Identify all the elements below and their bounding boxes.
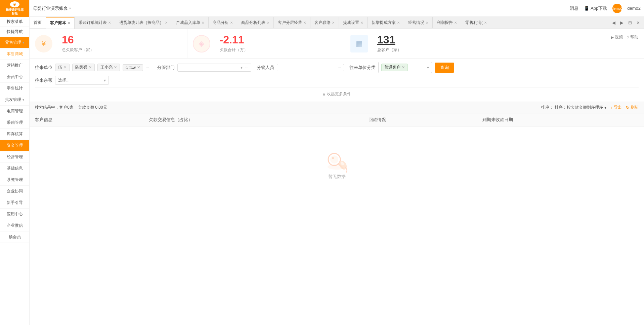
tab-cost-purchase[interactable]: 产成品入库单 ✕ <box>172 17 209 28</box>
phone-icon: 📱 <box>584 6 589 11</box>
department-select-arrow: ▾ <box>241 65 243 70</box>
tab-close-customer-contact[interactable]: ✕ <box>332 21 335 25</box>
app-logo: ¥ 畅捷通好生意 标版 <box>0 0 29 17</box>
sidebar-item-retail-stats[interactable]: 零售统计 <box>0 83 29 94</box>
tab-close-profit-report[interactable]: ✕ <box>454 21 457 25</box>
category-select-arrow: ▾ <box>427 65 429 70</box>
help-btn[interactable]: ? 帮助 <box>627 34 638 40</box>
tab-purchase-orders[interactable]: 采购订单统计表 ✕ <box>75 17 115 28</box>
tab-profit-report[interactable]: 利润报告 ✕ <box>433 17 461 28</box>
sidebar-item-retail[interactable]: 零售管理 ▾ <box>0 37 29 48</box>
tab-bar: 首页 客户账本 ✕ 采购订单统计表 ✕ 进货单统计表（按商品） ✕ 产成品入库单… <box>30 17 644 29</box>
tab-home[interactable]: 首页 <box>30 17 46 28</box>
sidebar-item-app-center[interactable]: 应用中心 <box>0 209 29 220</box>
messages-btn[interactable]: 消息 <box>570 5 578 11</box>
sidebar-item-system[interactable]: 系统管理 <box>0 174 29 186</box>
sidebar-item-ecommerce[interactable]: 电商管理 <box>0 106 29 117</box>
sidebar: ¥ 畅捷通好生意 标版 搜索菜单 快捷导航 零售管理 ▾ 零售商城 营销推广 会… <box>0 0 30 325</box>
tab-next-btn[interactable]: ▶ <box>618 20 625 26</box>
sort-label: 排序： <box>541 105 553 110</box>
sidebar-item-purchase[interactable]: 采购管理 <box>0 117 29 129</box>
tab-close-business-status[interactable]: ✕ <box>426 21 428 25</box>
collapse-btn[interactable]: ∧ 收起更多条件 <box>35 90 639 98</box>
sidebar-item-enterprise-wechat[interactable]: 企业微信 <box>0 220 29 231</box>
tab-retail-profit[interactable]: 零售利润( ✕ <box>461 17 491 28</box>
col-repayment: 回款情况 <box>363 113 477 127</box>
help-icon: ? <box>627 35 629 40</box>
category-select[interactable]: 普通客户 ✕ ▾ <box>378 62 432 73</box>
filter-more-tags[interactable]: ··· <box>146 65 149 70</box>
tab-customer-tiers[interactable]: 客户分层经营 ✕ <box>274 17 310 28</box>
export-btn[interactable]: ↑ 导出 <box>610 105 622 110</box>
account-selector[interactable]: 母婴行业演示账套 ▾ <box>33 5 71 11</box>
tab-customers[interactable]: 客户账本 ✕ <box>46 17 75 29</box>
filter-tag-2-close[interactable]: ✕ <box>89 65 92 70</box>
tab-close-customer-tiers[interactable]: ✕ <box>303 21 306 25</box>
sidebar-item-finance[interactable]: 资金管理 <box>0 140 29 151</box>
tab-customer-contact[interactable]: 客户联络 ✕ <box>310 17 339 28</box>
header-actions: ▶ 视频 ? 帮助 <box>611 34 638 40</box>
sidebar-item-batch[interactable]: 批发管理 ▾ <box>0 94 29 106</box>
collapse-area: ∧ 收起更多条件 <box>35 87 639 98</box>
app-download-btn[interactable]: 📱 App下载 <box>584 5 607 11</box>
video-icon: ▶ <box>611 35 614 40</box>
stat-value-customers: 16 <box>62 34 94 45</box>
stat-total-debt-customers: ¥ 16 总欠款客户（家） <box>30 29 187 58</box>
staff-select[interactable]: ··· <box>277 64 344 71</box>
tab-close-retail-profit[interactable]: ✕ <box>484 21 487 25</box>
stat-label-debt: 欠款合计（万） <box>220 47 248 53</box>
sort-select[interactable]: 排序： 排序：按欠款金额到序理序 ▾ <box>541 105 606 110</box>
stat-info-2: -2.11 欠款合计（万） <box>220 34 248 53</box>
tab-close-product-analysis-list[interactable]: ✕ <box>267 21 269 25</box>
balance-select[interactable]: 选择... ▾ <box>55 76 109 85</box>
tab-product-analysis-list[interactable]: 商品分析列表 ✕ <box>237 17 274 28</box>
search-menu[interactable]: 搜索菜单 <box>0 17 29 27</box>
filter-tag-4: cjttcw ✕ <box>123 64 143 71</box>
tab-business-status[interactable]: 经营情况 ✕ <box>404 17 433 28</box>
search-button[interactable]: 查询 <box>435 63 454 73</box>
sidebar-item-new-guide[interactable]: 新手引导 <box>0 197 29 209</box>
results-bar-right: 排序： 排序：按欠款金额到序理序 ▾ ↑ 导出 ↻ 刷新 <box>541 105 639 110</box>
tab-close-new-promotion[interactable]: ✕ <box>397 21 400 25</box>
collapse-arrow: ∧ <box>323 92 326 97</box>
sidebar-item-enterprise[interactable]: 企业协同 <box>0 186 29 197</box>
sidebar-item-member-plus[interactable]: 畅会员 <box>0 231 29 243</box>
col-customer-info: 客户信息 <box>30 113 143 127</box>
sidebar-item-marketing[interactable]: 营销推广 <box>0 60 29 71</box>
tab-expand-btn[interactable]: ⊞ <box>627 20 633 26</box>
tab-close-customers[interactable]: ✕ <box>68 21 70 25</box>
tab-new-promotion[interactable]: 新增提成方案 ✕ <box>368 17 404 28</box>
category-tag-close[interactable]: ✕ <box>402 65 405 70</box>
tab-incoming-stats[interactable]: 进货单统计表（按商品） ✕ <box>115 17 172 28</box>
sidebar-item-retail-mall[interactable]: 零售商城 <box>0 48 29 60</box>
avatar[interactable]: demo2 <box>612 4 622 13</box>
sidebar-item-inventory[interactable]: 库存核算 <box>0 129 29 140</box>
table-header-row: 客户信息 欠款交易信息（占比） 回款情况 到期未收款日期 <box>30 113 644 127</box>
sidebar-item-operations[interactable]: 经营管理 <box>0 151 29 163</box>
tab-close-promotion-settings[interactable]: ✕ <box>360 21 363 25</box>
tab-promotion-settings[interactable]: 提成设置 ✕ <box>339 17 368 28</box>
filter-row-1: 往来单位 伍 ✕ 陈民强 ✕ 王小亮 ✕ cjttcw ✕ ··· <box>35 62 639 73</box>
tab-close-incoming-stats[interactable]: ✕ <box>165 21 168 25</box>
tab-close-cost-purchase[interactable]: ✕ <box>202 21 204 25</box>
department-select[interactable]: ▾ ··· <box>177 64 251 72</box>
video-btn[interactable]: ▶ 视频 <box>611 34 623 40</box>
filter-tag-3-close[interactable]: ✕ <box>114 65 117 70</box>
stat-icon-2: ◈ <box>193 35 210 52</box>
sidebar-item-basic-info[interactable]: 基础信息 <box>0 163 29 174</box>
tab-product-analysis[interactable]: 商品分析 ✕ <box>209 17 237 28</box>
filter-tag-3: 王小亮 ✕ <box>97 64 120 71</box>
filter-tag-4-close[interactable]: ✕ <box>137 65 140 70</box>
balance-label: 往来余额 <box>35 77 52 83</box>
quick-nav[interactable]: 快捷导航 <box>0 27 29 37</box>
tab-close-all-btn[interactable]: ✕ <box>635 20 641 26</box>
sidebar-item-member[interactable]: 会员中心 <box>0 71 29 83</box>
tab-close-purchase-orders[interactable]: ✕ <box>108 21 111 25</box>
tab-prev-btn[interactable]: ◀ <box>610 20 617 26</box>
empty-state-icon <box>324 147 350 174</box>
filter-tag-1-close[interactable]: ✕ <box>63 65 67 70</box>
refresh-btn[interactable]: ↻ 刷新 <box>626 105 639 110</box>
col-due-date: 到期未收款日期 <box>477 113 644 127</box>
tab-close-product-analysis[interactable]: ✕ <box>230 21 233 25</box>
results-bar: 搜索结果中，客户0家 欠款金额 0.00元 排序： 排序：按欠款金额到序理序 ▾… <box>30 102 644 113</box>
